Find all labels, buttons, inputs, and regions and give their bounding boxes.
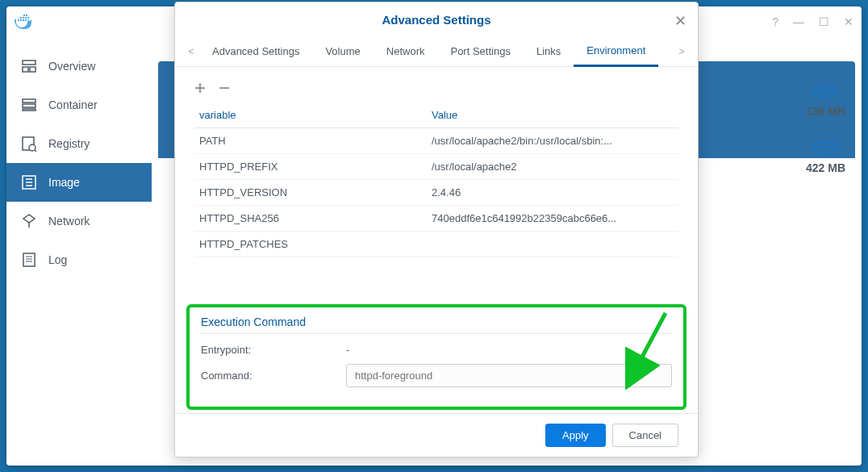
env-val: 2.4.46: [427, 180, 678, 206]
sidebar-item-label: Network: [48, 215, 90, 228]
docker-icon: [15, 12, 34, 31]
env-var: PATH: [194, 128, 427, 154]
exec-title: Execution Command: [201, 315, 672, 334]
apply-button[interactable]: Apply: [545, 424, 606, 447]
sidebar-item-label: Registry: [48, 137, 90, 150]
svg-rect-1: [23, 67, 28, 72]
modal-footer: Apply Cancel: [175, 413, 698, 457]
sidebar-item-overview[interactable]: Overview: [6, 47, 152, 86]
entrypoint-label: Entrypoint:: [201, 344, 346, 356]
execution-command-section: Execution Command Entrypoint: - Command:: [186, 304, 686, 410]
command-input[interactable]: [346, 364, 672, 387]
table-row[interactable]: HTTPD_PREFIX/usr/local/apache2: [194, 154, 678, 180]
overview-icon: [21, 58, 37, 74]
table-row[interactable]: HTTPD_PATCHES: [194, 232, 678, 257]
sidebar: Overview Container Registry Image Networ…: [6, 37, 152, 466]
sidebar-item-network[interactable]: Network: [6, 202, 152, 240]
add-button[interactable]: +: [194, 78, 206, 98]
advanced-settings-modal: Advanced Settings ✕ < Advanced Settings …: [174, 2, 699, 457]
annotation-arrow: [625, 309, 674, 390]
env-var: HTTPD_SHA256: [194, 206, 427, 232]
env-val: /usr/local/apache2/bin:/usr/local/sbin:.…: [427, 128, 678, 154]
tab-scroll-right-icon[interactable]: >: [674, 46, 690, 57]
env-var: HTTPD_VERSION: [194, 180, 427, 206]
sidebar-item-label: Container: [48, 98, 98, 111]
sidebar-item-label: Log: [48, 253, 67, 266]
modal-title: Advanced Settings: [382, 13, 490, 27]
env-val: /usr/local/apache2: [427, 154, 678, 180]
svg-marker-13: [23, 215, 35, 223]
disk-icon: [813, 142, 837, 153]
svg-line-8: [35, 150, 36, 152]
env-val: [427, 232, 678, 257]
table-row[interactable]: HTTPD_SHA256740eddf6e1c641992b22359cabc6…: [194, 206, 678, 232]
env-table: variable Value PATH/usr/local/apache2/bi…: [194, 102, 678, 257]
disk-icon: [813, 86, 837, 97]
remove-button[interactable]: −: [219, 78, 230, 98]
svg-point-7: [29, 144, 35, 151]
log-icon: [21, 252, 37, 268]
table-row[interactable]: PATH/usr/local/apache2/bin:/usr/local/sb…: [194, 128, 678, 154]
size-value: 422 MB: [806, 161, 845, 174]
env-header-variable[interactable]: variable: [194, 102, 427, 128]
command-label: Command:: [201, 370, 346, 382]
svg-line-22: [633, 313, 666, 374]
tab-scroll-left-icon[interactable]: <: [183, 46, 199, 57]
network-icon: [21, 213, 37, 229]
sidebar-item-label: Overview: [48, 60, 95, 73]
size-card: 422 MB: [806, 142, 845, 174]
modal-header: Advanced Settings ✕: [175, 2, 698, 36]
env-val: 740eddf6e1c641992b22359cabc66e6...: [427, 206, 678, 232]
size-value: 138 MB: [806, 105, 845, 118]
sidebar-item-image[interactable]: Image: [6, 163, 152, 202]
tab-volume[interactable]: Volume: [312, 37, 373, 65]
close-window-icon[interactable]: ✕: [844, 15, 853, 28]
env-var: HTTPD_PATCHES: [194, 232, 427, 257]
image-icon: [21, 174, 37, 190]
env-var: HTTPD_PREFIX: [194, 154, 427, 180]
svg-rect-2: [30, 67, 35, 72]
svg-rect-4: [23, 104, 35, 107]
env-header-value[interactable]: Value: [427, 102, 678, 128]
tab-advanced-settings[interactable]: Advanced Settings: [199, 37, 312, 65]
modal-tabs: < Advanced Settings Volume Network Port …: [175, 36, 698, 67]
env-toolbar: + −: [194, 73, 678, 102]
help-icon[interactable]: ?: [772, 15, 778, 28]
modal-body: + − variable Value PATH/usr/local/apache…: [175, 67, 698, 413]
svg-rect-0: [23, 61, 35, 65]
svg-rect-5: [23, 109, 35, 111]
cancel-button[interactable]: Cancel: [612, 424, 678, 447]
table-row[interactable]: HTTPD_VERSION2.4.46: [194, 180, 678, 206]
sidebar-item-label: Image: [48, 176, 80, 189]
minimize-icon[interactable]: —: [793, 15, 804, 28]
window-controls: ? — ☐ ✕: [772, 15, 853, 28]
maximize-icon[interactable]: ☐: [819, 15, 829, 28]
tab-environment[interactable]: Environment: [574, 36, 658, 67]
tab-network[interactable]: Network: [373, 37, 438, 65]
registry-icon: [21, 136, 37, 152]
tab-port-settings[interactable]: Port Settings: [437, 37, 523, 65]
sidebar-item-log[interactable]: Log: [6, 240, 152, 279]
container-icon: [21, 97, 37, 113]
entrypoint-value: -: [346, 344, 672, 356]
svg-point-20: [815, 143, 836, 148]
close-icon[interactable]: ✕: [674, 12, 686, 30]
sidebar-item-registry[interactable]: Registry: [6, 124, 152, 163]
sidebar-item-container[interactable]: Container: [6, 86, 152, 124]
svg-point-19: [815, 86, 836, 92]
svg-rect-3: [23, 99, 35, 102]
svg-rect-15: [23, 253, 35, 266]
size-card: 138 MB: [806, 86, 845, 118]
tab-links[interactable]: Links: [524, 37, 574, 65]
